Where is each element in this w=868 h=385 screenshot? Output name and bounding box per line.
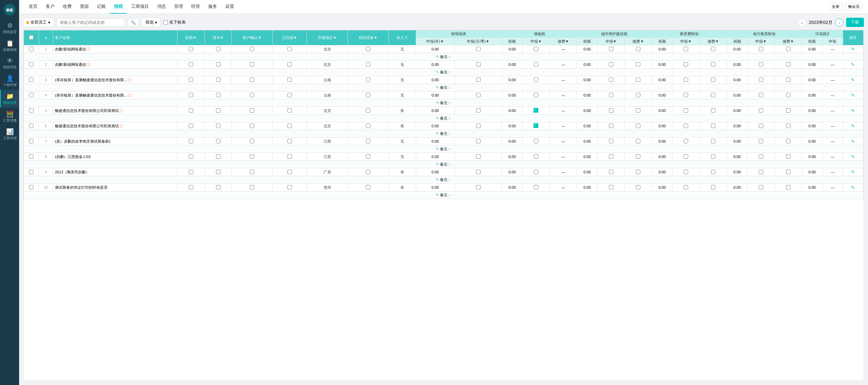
employee-filter[interactable]: 全部员工 ▾	[23, 18, 54, 27]
row-income: 无	[388, 91, 416, 99]
row-df-jf	[774, 122, 802, 130]
row-region: 北京	[307, 45, 348, 53]
row-edit-action[interactable]: ✎	[843, 107, 863, 115]
name-tag-checkbox[interactable]	[163, 20, 168, 25]
sidebar-item-baoshuijilu[interactable]: 📁 报税记录	[0, 90, 19, 108]
row-edit-action[interactable]: ✎	[843, 45, 863, 53]
row-clearcard	[204, 122, 232, 130]
batch-icon: 📋	[6, 40, 14, 47]
note-edit-icon: ✎	[436, 85, 439, 89]
fullscreen-button[interactable]: 全屏	[829, 3, 842, 11]
row-df-taxamt: 0.00	[727, 91, 748, 99]
row-cs-jf	[625, 138, 652, 145]
search-button[interactable]: 🔍	[128, 18, 139, 27]
edit-icon[interactable]: ✎	[851, 154, 855, 159]
nav-manage[interactable]: 管理	[170, 0, 187, 14]
nav-invoice[interactable]: 票据	[76, 0, 93, 14]
row-df-sb	[748, 122, 775, 130]
row-taxcopy	[177, 91, 204, 99]
sidebar-item-piliangshuibao[interactable]: 📋 批量报税	[0, 37, 19, 55]
row-taxcopy	[177, 184, 204, 191]
select-all-checkbox[interactable]	[29, 35, 33, 40]
table-row: 7 (原）误删勿改李艳牙测试斯春新1 江西 无 0.00 0.00 — 0.00…	[24, 138, 864, 145]
row-cs-sb	[597, 184, 625, 191]
nav-fee[interactable]: 收费	[59, 0, 76, 14]
row-edit-action[interactable]: ✎	[843, 153, 863, 161]
table-row: 1 勿删!新锐网络通信ⓘ 北京 无 0.00 0.00 — 0.00 0.00 …	[24, 45, 864, 53]
row-ys-taxamt: 0.00	[802, 168, 822, 176]
row-ys-taxamt: 0.00	[802, 45, 822, 53]
download-button[interactable]: 下载	[846, 18, 864, 27]
edit-icon[interactable]: ✎	[851, 92, 855, 98]
filter-label: 筛选	[145, 19, 154, 25]
nav-message[interactable]: 消息	[153, 0, 170, 14]
edit-icon[interactable]: ✎	[851, 169, 855, 175]
row-income: 有	[388, 184, 416, 191]
row-name: (勿删）江西股金-LSS	[53, 153, 177, 161]
row-checkbox[interactable]	[29, 93, 33, 97]
row-checkbox[interactable]	[29, 185, 33, 189]
row-num: 2	[39, 61, 53, 69]
nav-operation[interactable]: 经营	[187, 0, 204, 14]
row-declared	[273, 61, 307, 69]
filter-button[interactable]: 筛选 ▾	[142, 18, 161, 27]
toolbar: 全部员工 ▾ 🔍 筛选 ▾ 名下标表 ‹ 2023年02月 › 下载	[23, 18, 864, 27]
search-input[interactable]	[57, 18, 125, 27]
nav-home[interactable]: 首页	[25, 0, 42, 14]
row-edit-action[interactable]: ✎	[843, 138, 863, 145]
row-zj-taxamt: 0.00	[502, 153, 522, 161]
nav-settings[interactable]: 设置	[221, 0, 238, 14]
sidebar-item-baoshuiliulan[interactable]: 👁 报税浏览	[0, 55, 19, 72]
sidebar-item-geshuishenbao[interactable]: 👤 个税申报	[0, 72, 19, 90]
table-row: 10 测试斯春的凭证打印的时候是否 贵州 有 0.00 0.00 — 0.00 …	[24, 184, 864, 191]
edit-icon[interactable]: ✎	[851, 62, 855, 67]
row-edit-action[interactable]: ✎	[843, 122, 863, 130]
row-checkbox[interactable]	[29, 124, 33, 128]
row-jy-sb	[672, 153, 700, 161]
nav-service[interactable]: 服务	[204, 0, 221, 14]
prev-page-button[interactable]: ‹	[798, 18, 806, 27]
edit-icon[interactable]: ✎	[851, 139, 855, 144]
row-edit-action[interactable]: ✎	[843, 184, 863, 191]
row-taxequip	[348, 91, 389, 99]
sidebar-item-baoshuishezhi[interactable]: ⚙ 报税设置	[0, 19, 19, 37]
note-row: ✎备注：	[24, 84, 864, 91]
row-income-val: 0.00	[416, 122, 454, 130]
row-zj-sb	[522, 168, 550, 176]
row-zj-taxamt: 0.00	[502, 76, 522, 84]
row-ys-sb: —	[822, 138, 843, 145]
row-checkbox[interactable]	[29, 154, 33, 159]
sidebar-item-huisuanjingue[interactable]: 🧮 汇算清缴	[0, 108, 19, 125]
row-checkbox-cell	[24, 153, 39, 161]
edit-icon[interactable]: ✎	[851, 123, 855, 129]
row-checkbox[interactable]	[29, 139, 33, 143]
edit-icon[interactable]: ✎	[851, 46, 855, 52]
warn-icon: ⓘ	[87, 47, 90, 51]
sidebar-item-gongshangnianba[interactable]: 📊 工商年报	[0, 125, 19, 143]
edit-icon[interactable]: ✎	[851, 77, 855, 83]
row-edit-action[interactable]: ✎	[843, 168, 863, 176]
row-checkbox[interactable]	[29, 47, 33, 51]
name-tag-checkbox-label[interactable]: 名下标表	[163, 19, 186, 25]
nav-tax[interactable]: 报税	[110, 0, 127, 14]
member-button[interactable]: 畅会员	[845, 3, 863, 11]
row-edit-action[interactable]: ✎	[843, 76, 863, 84]
row-ys-sb: —	[822, 91, 843, 99]
row-edit-action[interactable]: ✎	[843, 91, 863, 99]
next-page-button[interactable]: ›	[835, 18, 843, 27]
edit-icon[interactable]: ✎	[851, 108, 855, 113]
note-row: ✎备注：	[24, 130, 864, 138]
row-checkbox[interactable]	[29, 170, 33, 174]
row-edit-action[interactable]: ✎	[843, 61, 863, 69]
th-cs-shenbao: 申报▼	[597, 38, 625, 45]
row-checkbox[interactable]	[29, 62, 33, 67]
edit-icon[interactable]: ✎	[851, 185, 855, 190]
row-cs-jf	[625, 122, 652, 130]
date-label: 2023年02月	[809, 19, 833, 26]
row-checkbox[interactable]	[29, 108, 33, 113]
row-cs-jf	[625, 76, 652, 84]
row-checkbox[interactable]	[29, 77, 33, 82]
nav-bookkeeping[interactable]: 记账	[93, 0, 110, 14]
nav-customer[interactable]: 客户	[42, 0, 59, 14]
nav-commerce[interactable]: 工商项目	[127, 0, 153, 14]
